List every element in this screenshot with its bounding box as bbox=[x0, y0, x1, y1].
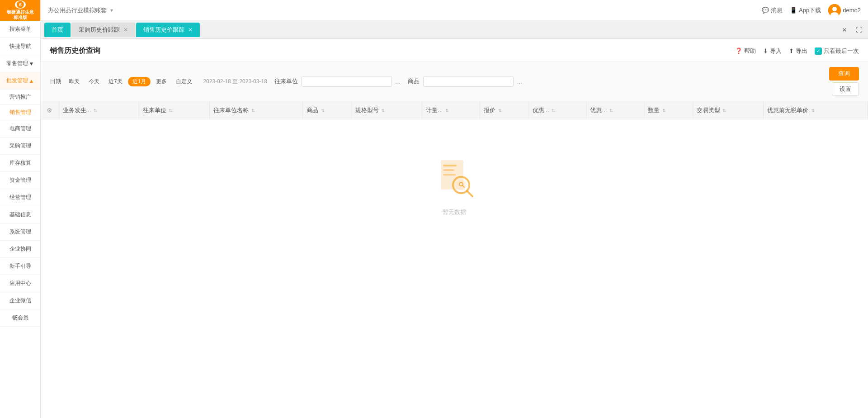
unit-code-column-header[interactable]: 往来单位 ⇅ bbox=[139, 102, 210, 119]
quote-column-header[interactable]: 报价 ⇅ bbox=[480, 102, 528, 119]
help-icon: ❓ bbox=[735, 48, 742, 54]
sidebar-item-wholesale[interactable]: 批发管理 ▲ bbox=[0, 72, 40, 90]
quantity-column-header[interactable]: 数量 ⇅ bbox=[644, 102, 693, 119]
goods-header-label: 商品 bbox=[307, 107, 318, 114]
import-button[interactable]: ⬇ 导入 bbox=[763, 47, 782, 55]
sidebar-item-inventory[interactable]: 库存核算 bbox=[0, 155, 40, 172]
tab-purchase-history[interactable]: 采购历史价跟踪 ✕ bbox=[71, 23, 135, 37]
date-btn-7days[interactable]: 近7天 bbox=[105, 77, 126, 86]
sidebar-item-newbie[interactable]: 新手引导 bbox=[0, 258, 40, 275]
quote-header-label: 报价 bbox=[484, 107, 495, 114]
quantity-header-label: 数量 bbox=[648, 107, 660, 114]
date-btn-yesterday[interactable]: 昨天 bbox=[65, 77, 83, 86]
page-header-actions: ❓ 帮助 ⬇ 导入 ⬆ 导出 ✓ 只看最后一次 bbox=[735, 47, 859, 55]
message-button[interactable]: 💬 消息 bbox=[762, 6, 783, 14]
date-filter-group: 日期 昨天 今天 近7天 近1月 更多 自定义 bbox=[50, 77, 196, 86]
goods-sort-icon: ⇅ bbox=[321, 108, 325, 113]
goods-column-header[interactable]: 商品 ⇅ bbox=[303, 102, 351, 119]
user-menu[interactable]: demo2 bbox=[828, 4, 861, 17]
only-last-label: 只看最后一次 bbox=[824, 47, 859, 55]
tabs-bar: 首页 采购历史价跟踪 ✕ 销售历史价跟踪 ✕ ✕ ⛶ bbox=[41, 21, 868, 39]
supplier-dots[interactable]: ... bbox=[396, 78, 401, 85]
query-button[interactable]: 查询 bbox=[829, 67, 859, 81]
topbar-title: 办公用品行业模拟账套 bbox=[48, 6, 107, 14]
filter-bar: 日期 昨天 今天 近7天 近1月 更多 自定义 2023-02-18 至 202… bbox=[41, 62, 868, 102]
sidebar-item-enterprise[interactable]: 企业协同 bbox=[0, 241, 40, 258]
svg-rect-6 bbox=[443, 165, 457, 166]
help-button[interactable]: ❓ 帮助 bbox=[735, 47, 756, 55]
sidebar: 6 畅捷通好生意 标准版 搜索菜单 快捷导航 零售管理 ▼ 批发管理 ▲ 营销推… bbox=[0, 0, 41, 418]
discount2-header-label: 优惠... bbox=[590, 107, 607, 114]
tab-home[interactable]: 首页 bbox=[44, 23, 71, 37]
export-button[interactable]: ⬆ 导出 bbox=[789, 47, 807, 55]
sidebar-item-marketing[interactable]: 营销推广 bbox=[0, 90, 40, 105]
only-last-checkbox[interactable]: ✓ bbox=[815, 48, 822, 55]
unit-name-column-header[interactable]: 往来单位名称 ⇅ bbox=[210, 102, 303, 119]
sidebar-item-apps[interactable]: 应用中心 bbox=[0, 275, 40, 292]
sidebar-item-system[interactable]: 系统管理 bbox=[0, 223, 40, 241]
supplier-label: 往来单位 bbox=[274, 77, 298, 86]
pre-tax-column-header[interactable]: 优惠前无税单价 ⇅ bbox=[764, 102, 868, 119]
goods-filter-group: 商品 ... bbox=[408, 76, 522, 87]
sidebar-item-wechat[interactable]: 企业微信 bbox=[0, 292, 40, 309]
app-logo: 6 畅捷通好生意 标准版 bbox=[0, 0, 40, 21]
tab-sales-history[interactable]: 销售历史价跟踪 ✕ bbox=[136, 23, 200, 37]
sidebar-item-operation[interactable]: 经营管理 bbox=[0, 189, 40, 206]
svg-text:6: 6 bbox=[19, 2, 22, 7]
discount2-column-header[interactable]: 优惠... ⇅ bbox=[586, 102, 644, 119]
date-btn-today[interactable]: 今天 bbox=[85, 77, 103, 86]
svg-rect-8 bbox=[443, 174, 456, 176]
date-btn-more[interactable]: 更多 bbox=[152, 77, 170, 86]
export-icon: ⬆ bbox=[789, 48, 794, 54]
biz-date-column-header[interactable]: 业务发生... ⇅ bbox=[59, 102, 139, 119]
avatar bbox=[828, 4, 841, 17]
sidebar-item-shortcut[interactable]: 快捷导航 bbox=[0, 38, 40, 55]
unit-name-sort-icon: ⇅ bbox=[251, 108, 255, 113]
table-container: ⚙ 业务发生... ⇅ 往来单位 ⇅ 往来单位名称 ⇅ bbox=[41, 102, 868, 252]
trade-type-header-label: 交易类型 bbox=[697, 107, 720, 114]
unit-column-header[interactable]: 计量... ⇅ bbox=[422, 102, 480, 119]
setting-button[interactable]: 设置 bbox=[832, 82, 859, 96]
sidebar-item-search[interactable]: 搜索菜单 bbox=[0, 21, 40, 38]
date-btn-custom[interactable]: 自定义 bbox=[172, 77, 196, 86]
app-download-button[interactable]: 📱 App下载 bbox=[790, 6, 821, 14]
svg-rect-7 bbox=[443, 169, 454, 171]
filter-actions: 查询 设置 bbox=[829, 67, 859, 96]
sales-history-tab-label: 销售历史价跟踪 bbox=[143, 26, 184, 34]
sidebar-item-sales[interactable]: 销售管理 bbox=[0, 105, 40, 120]
svg-line-11 bbox=[467, 191, 472, 196]
empty-state: 暂无数据 bbox=[41, 119, 868, 252]
sidebar-item-basic[interactable]: 基础信息 bbox=[0, 206, 40, 223]
goods-dots[interactable]: ... bbox=[517, 78, 522, 85]
unit-code-sort-icon: ⇅ bbox=[169, 108, 172, 113]
tab-close-all-button[interactable]: ✕ bbox=[839, 24, 850, 35]
trade-type-column-header[interactable]: 交易类型 ⇅ bbox=[693, 102, 764, 119]
empty-text: 暂无数据 bbox=[443, 208, 466, 216]
sidebar-item-member[interactable]: 畅会员 bbox=[0, 309, 40, 327]
goods-input[interactable] bbox=[423, 76, 514, 87]
date-btn-1month[interactable]: 近1月 bbox=[128, 77, 151, 86]
sidebar-item-retail[interactable]: 零售管理 ▼ bbox=[0, 55, 40, 72]
sidebar-item-finance[interactable]: 资金管理 bbox=[0, 172, 40, 189]
sidebar-item-ecommerce[interactable]: 电商管理 bbox=[0, 120, 40, 138]
sales-history-tab-close[interactable]: ✕ bbox=[188, 27, 193, 33]
supplier-input[interactable] bbox=[302, 76, 392, 87]
shortcut-label: 快捷导航 bbox=[9, 43, 31, 49]
page-title: 销售历史价查询 bbox=[50, 46, 100, 56]
page-header: 销售历史价查询 ❓ 帮助 ⬇ 导入 ⬆ 导出 ✓ 只看最后一次 bbox=[41, 39, 868, 62]
unit-sort-icon: ⇅ bbox=[445, 108, 449, 113]
discount1-header-label: 优惠... bbox=[533, 107, 549, 114]
app-name: 畅捷通好生意 bbox=[7, 10, 34, 15]
username: demo2 bbox=[843, 7, 861, 14]
date-buttons: 昨天 今天 近7天 近1月 更多 自定义 bbox=[65, 77, 196, 86]
main-area: 办公用品行业模拟账套 ▾ 💬 消息 📱 App下载 de bbox=[41, 0, 868, 418]
spec-column-header[interactable]: 规格型号 ⇅ bbox=[351, 102, 422, 119]
sidebar-item-purchase[interactable]: 采购管理 bbox=[0, 138, 40, 155]
data-table: ⚙ 业务发生... ⇅ 往来单位 ⇅ 往来单位名称 ⇅ bbox=[41, 102, 868, 119]
topbar-dropdown-icon[interactable]: ▾ bbox=[110, 7, 113, 14]
discount1-column-header[interactable]: 优惠... ⇅ bbox=[528, 102, 586, 119]
quantity-sort-icon: ⇅ bbox=[662, 108, 666, 113]
gear-icon[interactable]: ⚙ bbox=[47, 107, 52, 114]
tab-maximize-button[interactable]: ⛶ bbox=[854, 24, 864, 35]
purchase-history-tab-close[interactable]: ✕ bbox=[123, 27, 128, 33]
